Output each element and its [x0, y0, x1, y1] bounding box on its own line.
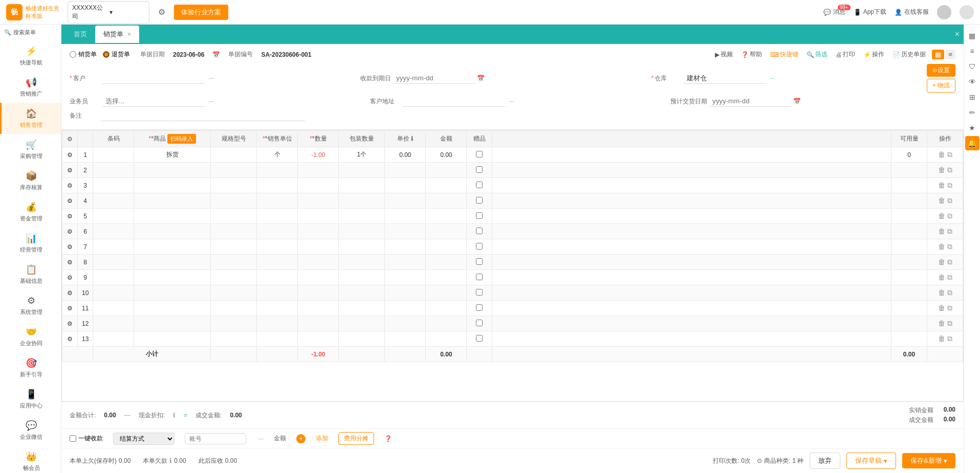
delete-icon-2[interactable]: 🗑	[938, 166, 945, 174]
salesperson-input[interactable]	[102, 96, 205, 107]
copy-icon-3[interactable]: ⧉	[947, 181, 952, 190]
copy-icon-4[interactable]: ⧉	[947, 196, 952, 205]
td-settings-13[interactable]: ⚙	[62, 331, 78, 347]
toolbar-history[interactable]: 📄 历史单据	[890, 49, 928, 60]
company-select[interactable]: XXXXXX公司 ▾	[68, 1, 149, 24]
copy-icon-1[interactable]: ⧉	[947, 150, 952, 159]
sidebar-item-enterprise[interactable]: 🤝 企业协同	[0, 321, 61, 352]
avatar[interactable]	[937, 5, 951, 19]
copy-icon-13[interactable]: ⧉	[947, 334, 952, 343]
delivery-date-calendar[interactable]: 📅	[793, 98, 801, 105]
cash-discount-help[interactable]: ℹ	[173, 412, 176, 419]
td-settings-5[interactable]: ⚙	[62, 209, 78, 224]
delete-icon-9[interactable]: 🗑	[938, 273, 945, 282]
toolbar-operation[interactable]: ⚡ 操作	[861, 49, 886, 60]
delete-icon-8[interactable]: 🗑	[938, 258, 945, 266]
tab-close-all[interactable]: ×	[955, 30, 960, 39]
td-unit-price-1[interactable]: 0.00	[385, 147, 426, 163]
sidebar-item-member[interactable]: 👑 畅会员	[0, 446, 61, 473]
td-qty-1[interactable]: -1.00	[298, 147, 339, 163]
scan-button[interactable]: 扫码录入	[167, 134, 196, 144]
salesperson-dots[interactable]: ···	[209, 98, 214, 105]
avatar-2[interactable]	[960, 5, 974, 19]
sidebar-item-purchase[interactable]: 🛒 采购管理	[0, 134, 61, 165]
delete-icon-13[interactable]: 🗑	[938, 334, 945, 343]
customer-address-dots[interactable]: ···	[509, 98, 514, 105]
doc-owed-help[interactable]: ℹ	[169, 457, 172, 464]
warehouse-input[interactable]	[684, 73, 766, 84]
expense-split-btn[interactable]: 费用分摊	[338, 432, 374, 445]
td-settings-4[interactable]: ⚙	[62, 193, 78, 209]
table-view-btn[interactable]: ≡	[945, 50, 955, 59]
toolbar-filter[interactable]: 🔍 筛选	[804, 49, 830, 60]
sidebar-item-apps[interactable]: 📱 应用中心	[0, 384, 61, 415]
one-click-payment[interactable]: 一键收款	[70, 434, 103, 443]
date-calendar-icon[interactable]: 📅	[212, 51, 220, 58]
td-barcode-1[interactable]	[93, 147, 134, 163]
sidebar-item-marketing[interactable]: 📢 营销推广	[0, 72, 61, 103]
td-gift-1[interactable]	[467, 147, 492, 163]
td-unit-1[interactable]: 个	[257, 147, 298, 163]
sidebar-item-operations[interactable]: 📊 经营管理	[0, 228, 61, 259]
discard-button[interactable]: 放弃	[810, 453, 840, 469]
td-settings-10[interactable]: ⚙	[62, 285, 78, 301]
delete-icon-4[interactable]: 🗑	[938, 196, 945, 205]
delete-icon-6[interactable]: 🗑	[938, 227, 945, 236]
payment-date-input[interactable]	[393, 73, 475, 84]
delete-icon-3[interactable]: 🗑	[938, 181, 945, 190]
td-pkg-qty-1[interactable]: 1个	[339, 147, 385, 163]
right-panel-edit[interactable]: ✏	[965, 105, 979, 120]
customer-dots[interactable]: ···	[209, 75, 214, 82]
save-new-button[interactable]: 保存&新增 ▾	[902, 453, 955, 468]
customer-address-input[interactable]	[403, 96, 505, 107]
copy-icon-5[interactable]: ⧉	[947, 212, 952, 220]
tab-home[interactable]: 首页	[66, 26, 95, 43]
sidebar-item-quick-nav[interactable]: ⚡ 快捷导航	[0, 40, 61, 72]
account-dots[interactable]: ···	[258, 435, 264, 442]
delete-icon-10[interactable]: 🗑	[938, 288, 945, 297]
td-settings-8[interactable]: ⚙	[62, 255, 78, 270]
td-settings-3[interactable]: ⚙	[62, 178, 78, 193]
one-click-payment-checkbox[interactable]	[70, 435, 76, 442]
sidebar-item-guide[interactable]: 🎯 新手引导	[0, 352, 61, 384]
payment-method-select[interactable]: 结算方式	[113, 433, 175, 445]
toolbar-help[interactable]: ❓ 帮助	[739, 49, 764, 60]
td-settings-1[interactable]: ⚙	[62, 147, 78, 163]
radio-return[interactable]: 退货单	[103, 50, 130, 59]
td-settings-12[interactable]: ⚙	[62, 316, 78, 331]
account-input[interactable]	[185, 433, 246, 444]
app-download-btn[interactable]: 📱 App下载	[854, 8, 886, 16]
td-amount-1[interactable]: 0.00	[426, 147, 467, 163]
right-panel-list[interactable]: ≡	[965, 44, 979, 58]
copy-icon-7[interactable]: ⧉	[947, 242, 952, 251]
sidebar-item-system[interactable]: ⚙ 系统管理	[0, 290, 61, 321]
add-payment-btn[interactable]: +	[296, 434, 306, 443]
sidebar-item-finance[interactable]: 💰 资金管理	[0, 196, 61, 228]
radio-sales[interactable]: 销货单	[70, 50, 97, 59]
th-settings[interactable]: ⚙	[62, 131, 78, 147]
payment-date-calendar[interactable]: 📅	[477, 75, 485, 82]
copy-icon-9[interactable]: ⧉	[947, 273, 952, 282]
trial-button[interactable]: 体验行业方案	[174, 5, 228, 20]
tab-sales-order-close[interactable]: ×	[127, 31, 131, 38]
right-panel-notification[interactable]: 🔔	[965, 136, 979, 150]
td-product-1[interactable]: 拆货	[134, 147, 211, 163]
delivery-date-input[interactable]	[709, 96, 791, 107]
online-support-btn[interactable]: 👤 在线客服	[895, 8, 929, 16]
sidebar-item-inventory[interactable]: 📦 库存核算	[0, 165, 61, 196]
sidebar-item-wechat[interactable]: 💬 企业微信	[0, 415, 61, 446]
td-spec-1[interactable]	[211, 147, 257, 163]
message-btn[interactable]: 💬 消息 99+	[823, 8, 845, 16]
td-settings-9[interactable]: ⚙	[62, 270, 78, 285]
save-draft-button[interactable]: 保存草稿 ▾	[846, 453, 896, 469]
delete-icon-7[interactable]: 🗑	[938, 242, 945, 251]
right-panel-star[interactable]: ★	[965, 121, 979, 135]
copy-icon-8[interactable]: ⧉	[947, 258, 952, 266]
copy-icon-6[interactable]: ⧉	[947, 227, 952, 236]
grid-view-btn[interactable]: ▦	[932, 50, 944, 59]
copy-icon-12[interactable]: ⧉	[947, 319, 952, 328]
td-settings-2[interactable]: ⚙	[62, 163, 78, 178]
warehouse-dots[interactable]: ···	[770, 75, 775, 82]
copy-icon-10[interactable]: ⧉	[947, 288, 952, 297]
toolbar-shortcut[interactable]: ⌨ 快捷键	[768, 49, 800, 60]
